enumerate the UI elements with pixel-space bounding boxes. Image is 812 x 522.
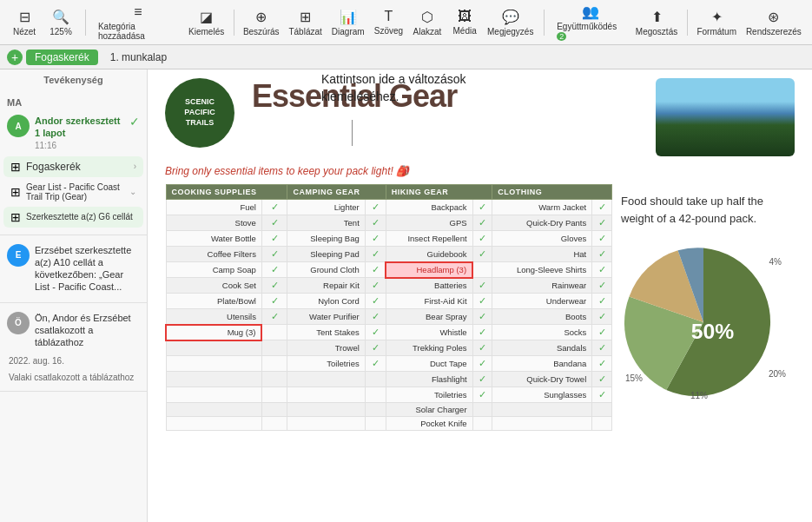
toolbar-divider-4 <box>687 10 688 36</box>
table-row: Plate/Bowl✓Nylon Cord✓First-Aid Kit✓Unde… <box>166 294 612 309</box>
legend-20: 20% <box>769 369 786 379</box>
table-row: Solar Charger <box>166 403 612 417</box>
valaki-text: Valaki csatlakozott a táblázathoz <box>0 369 147 386</box>
ma-label: MA <box>0 94 147 111</box>
collab-button[interactable]: 👥 Együttműködés 2 <box>551 0 630 44</box>
comment-button[interactable]: 💬 Megjegyzés <box>484 5 537 40</box>
zoom-button[interactable]: 🔍 125% <box>43 5 78 40</box>
toolbar: ⊟ Nézet 🔍 125% ≡ Kategória hozzáadása ◪ … <box>0 0 812 45</box>
table-row: Mug (3)Tent Stakes✓Whistle✓Socks✓ <box>166 325 612 340</box>
scenic-pacific-logo: SCENIC PACIFIC TRAILS <box>165 78 234 148</box>
insert-label: Beszúrás <box>243 27 280 36</box>
th-camping: CAMPING GEAR <box>287 185 386 200</box>
content-area: Kattintson ide a változások kiemeléséhez… <box>148 69 812 522</box>
table-row: Coffee Filters✓Sleeping Pad✓Guidebook✓Ha… <box>166 247 612 262</box>
chart-button[interactable]: 📊 Diagram <box>327 5 368 40</box>
tab-1-munkalap[interactable]: 1. munkalap <box>102 50 175 65</box>
sidebar: Tevékenység MA A Andor szerkesztett 1 la… <box>0 69 148 522</box>
category-label: Kategória hozzáadása <box>98 22 178 41</box>
chevron-down-icon: ⌄ <box>129 187 136 196</box>
table-row-icon-2: ⊞ <box>10 185 21 199</box>
sidebar-user-joined: Ö Ön, Andor és Erzsébet csatlakozott a t… <box>0 308 147 353</box>
th-hiking: HIKING GEAR <box>386 185 492 200</box>
food-text: Food should take up half the weight of a… <box>621 193 795 227</box>
sidebar-user-andor: A Andor szerkesztett 1 lapot 11:16 ✓ <box>0 111 147 155</box>
comment-icon: 💬 <box>502 9 519 25</box>
joined-text: Ön, Andor és Erzsébet csatlakozott a táb… <box>35 312 140 349</box>
shapes-icon: ⬡ <box>421 9 433 25</box>
table-row: Pocket Knife <box>166 417 612 431</box>
toolbar-divider-3 <box>544 10 545 36</box>
format-icon: ✦ <box>711 9 723 25</box>
view-button[interactable]: ⊟ Nézet <box>7 5 42 40</box>
table-row: Stove✓Tent✓GPS✓Quick-Dry Pants✓ <box>166 215 612 231</box>
media-icon: 🖼 <box>458 9 472 24</box>
chevron-right-icon: › <box>134 162 136 171</box>
toolbar-divider-1 <box>85 10 86 36</box>
sheet-content: SCENIC PACIFIC TRAILS Essential Gear Bri… <box>148 69 812 522</box>
avatar-andor: A <box>7 115 30 137</box>
table-and-panel: COOKING SUPPLIES CAMPING GEAR HIKING GEA… <box>165 184 795 431</box>
organize-label: Rendszerezés <box>746 27 802 36</box>
table-row: Toiletries✓Sunglasses✓ <box>166 387 612 403</box>
view-icon: ⊟ <box>19 9 30 25</box>
chart-icon: 📊 <box>340 9 357 25</box>
sidebar-section-erzsebet: E Erzsébet szerkesztette a(z) A10 cellát… <box>0 235 147 303</box>
add-tab-button[interactable]: + <box>7 50 23 65</box>
sidebar-row-g6[interactable]: ⊞ Szerkesztette a(z) G6 cellát <box>3 207 143 228</box>
table-row: Cook Set✓Repair Kit✓Batteries✓Rainwear✓ <box>166 278 612 294</box>
highlight-button[interactable]: ◪ Kiemelés <box>185 5 228 40</box>
table-row-icon: ⊞ <box>10 160 21 174</box>
text-label: Szöveg <box>374 26 403 36</box>
sidebar-header: Tevékenység <box>0 69 147 89</box>
table-button[interactable]: ⊞ Táblázat <box>285 5 326 40</box>
text-icon: T <box>385 9 393 24</box>
shapes-label: Alakzat <box>413 27 442 36</box>
table-row: Utensils✓Water Purifier✓Bear Spray✓Boots… <box>166 309 612 325</box>
pie-chart: 50% 4% 20% 11% 15% <box>621 240 786 405</box>
sidebar-user-erzsebet: E Erzsébet szerkesztette a(z) A10 cellát… <box>0 241 147 297</box>
view-label: Nézet <box>13 27 36 36</box>
sidebar-section-ma: MA A Andor szerkesztett 1 lapot 11:16 ✓ … <box>0 89 147 235</box>
date-label: 2022. aug. 16. <box>0 353 147 369</box>
media-button[interactable]: 🖼 Média <box>447 5 482 39</box>
right-panel: Food should take up half the weight of a… <box>621 106 795 405</box>
zoom-icon: 🔍 <box>52 9 69 25</box>
format-button[interactable]: ✦ Formátum <box>693 5 741 40</box>
table-row: Water Bottle✓Sleeping Bag✓Insect Repelle… <box>166 231 612 247</box>
format-label: Formátum <box>696 27 736 36</box>
insert-button[interactable]: ⊕ Beszúrás <box>240 5 283 40</box>
organize-icon: ⊛ <box>768 9 779 25</box>
toolbar-right-group: 👥 Együttműködés 2 ⬆ Megosztás ✦ Formátum… <box>551 0 805 44</box>
organize-button[interactable]: ⊛ Rendszerezés <box>743 5 805 40</box>
avatar-erzsebet: E <box>7 244 30 267</box>
pie-chart-svg: 50% <box>621 240 786 405</box>
highlight-icon: ◪ <box>200 9 213 25</box>
shapes-button[interactable]: ⬡ Alakzat <box>409 5 446 40</box>
erzsebet-activity-text: Erzsébet szerkesztette a(z) A10 cellát a… <box>35 244 140 294</box>
toolbar-center-group: ≡ Kategória hozzáadása ◪ Kiemelés ⊕ Besz… <box>93 1 537 44</box>
legend-4: 4% <box>769 257 782 267</box>
zoom-label: 125% <box>50 27 72 36</box>
sidebar-row-fogaskerek[interactable]: ⊞ Fogaskerék › <box>3 156 143 177</box>
table-row: Fuel✓Lighter✓Backpack✓Warm Jacket✓ <box>166 200 612 215</box>
sidebar-section-joined: Ö Ön, Andor és Erzsébet csatlakozott a t… <box>0 303 147 392</box>
pie-legend: 4% <box>769 257 782 267</box>
share-button[interactable]: ⬆ Megosztás <box>631 5 682 40</box>
table-row: Trowel✓Trekking Poles✓Sandals✓ <box>166 340 612 356</box>
category-button[interactable]: ≡ Kategória hozzáadása <box>93 1 183 44</box>
comment-label: Megjegyzés <box>487 27 533 36</box>
gear-table: COOKING SUPPLIES CAMPING GEAR HIKING GEA… <box>165 184 612 431</box>
table-row: Camp Soap✓Ground Cloth✓Headlamp (3)Long-… <box>166 262 612 278</box>
tab-bar: + Fogaskerék 1. munkalap <box>0 45 812 69</box>
gear-table-container: COOKING SUPPLIES CAMPING GEAR HIKING GEA… <box>165 184 612 431</box>
text-button[interactable]: T Szöveg <box>370 5 407 39</box>
legend-11: 11% <box>690 391 708 400</box>
pie-center-label: 50% <box>691 320 734 343</box>
th-cooking: COOKING SUPPLIES <box>166 185 287 200</box>
toolbar-left-group: ⊟ Nézet 🔍 125% <box>7 5 78 40</box>
collab-label: Együttműködés 2 <box>557 22 624 41</box>
tooltip-line <box>352 120 353 146</box>
sidebar-row-gearlist[interactable]: ⊞ Gear List - Pacific Coast Trail Trip (… <box>3 179 143 205</box>
tab-fogaskerek[interactable]: Fogaskerék <box>26 50 98 65</box>
